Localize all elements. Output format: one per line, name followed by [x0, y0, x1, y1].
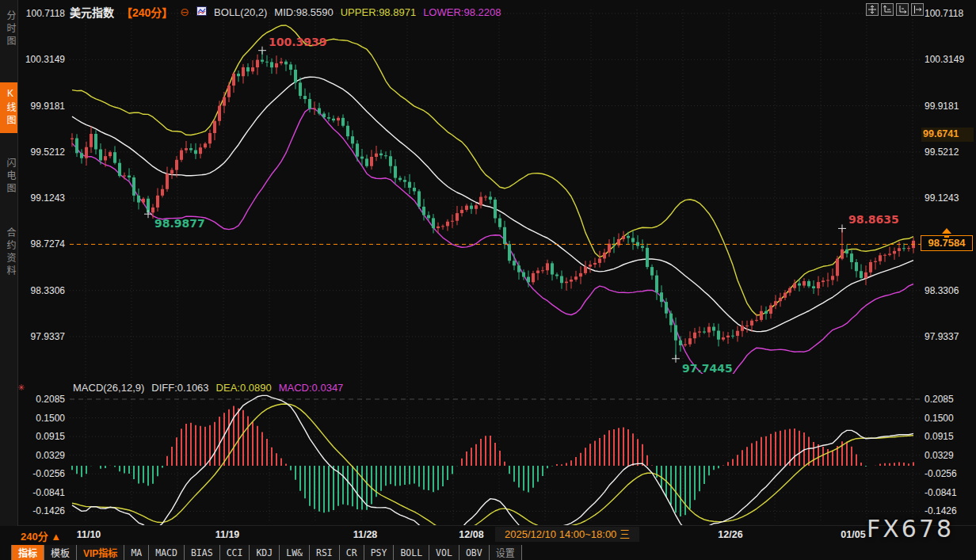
toolbar-button-15[interactable]: OBV [459, 545, 490, 560]
axis-bottom-tool-icon[interactable] [896, 3, 909, 16]
toolbar-button-3[interactable]: VIP指标 [77, 545, 124, 560]
date-tick: 11/28 [353, 529, 378, 540]
macd-indicator-label: MACD(26,12,9) [73, 382, 144, 394]
toolbar-button-7[interactable]: CCI [220, 545, 250, 560]
chart-window-buttons [866, 3, 924, 16]
toolbar-button-8[interactable]: KDJ [250, 545, 280, 560]
macd-diff-value: DIFF:0.1063 [151, 382, 208, 394]
macd-macd-value: MACD:0.0347 [279, 382, 344, 394]
toolbar-button-16[interactable]: 设置 [490, 545, 522, 560]
toolbar-button-2[interactable]: 模板 [44, 545, 77, 560]
chart-type-sidebar: 分时图K线图闪电图合约资料 [0, 0, 18, 526]
boll-indicator-label: BOLL(20,2) [214, 6, 267, 18]
boll-upper-value: UPPER:98.8971 [341, 6, 416, 18]
indicator-toolbar: 指标模板VIP指标MAMACDBIASCCIKDJLW&RSICRPSYBOLL… [11, 545, 522, 560]
price-annotation: 98.8635 [848, 213, 899, 226]
macd-pane-icon[interactable]: ✳ [17, 383, 25, 393]
sidebar-tab-4[interactable]: 合约资料 [0, 222, 17, 284]
date-tick: 12/26 [718, 529, 742, 540]
boll-lower-value: LOWER:98.2208 [423, 6, 501, 18]
toolbar-button-4[interactable]: MA [124, 545, 149, 560]
period-label: 【240分】 [121, 4, 173, 20]
toolbar-button-9[interactable]: LW& [280, 545, 310, 560]
move-tool-icon[interactable] [866, 3, 879, 16]
fx678-watermark: FX678 [867, 515, 954, 543]
date-tick: 01/05 [841, 529, 865, 540]
date-tick: 11/10 [77, 529, 101, 540]
toolbar-button-5[interactable]: MACD [149, 545, 185, 560]
axis-left-tool-icon[interactable] [881, 3, 894, 16]
circle-minus-icon[interactable]: ⊖ [180, 7, 189, 17]
candlestick-macd-chart[interactable]: 100.393998.987798.863597.7445 [0, 0, 976, 560]
toolbar-button-14[interactable]: VOL [429, 545, 459, 560]
mini-chart-icon[interactable] [196, 6, 207, 18]
toolbar-button-6[interactable]: BIAS [185, 545, 220, 560]
date-tick: 12/08 [459, 529, 483, 540]
price-annotation: 100.3939 [269, 36, 327, 48]
toolbar-button-11[interactable]: CR [340, 545, 364, 560]
price-annotation: 97.7445 [682, 362, 733, 375]
period-selector[interactable]: 240分 ▲ [21, 528, 61, 543]
sidebar-tab-2[interactable]: K线图 [0, 82, 17, 133]
toolbar-button-13[interactable]: BOLL [394, 545, 429, 560]
hovered-bar-time-flag: 2025/12/10 14:00~18:00 三 [495, 527, 639, 542]
date-tick: 11/19 [215, 529, 240, 540]
toolbar-button-10[interactable]: RSI [310, 545, 340, 560]
sidebar-tab-1[interactable]: 分时图 [0, 5, 17, 54]
price-up-arrow-icon [941, 227, 952, 242]
toolbar-button-1[interactable]: 指标 [11, 545, 44, 560]
price-annotation: 98.9877 [154, 217, 205, 230]
boll-mid-value: MID:98.5590 [274, 6, 333, 18]
period-dropdown-arrow-icon: ▲ [51, 531, 61, 543]
sidebar-tab-3[interactable]: 闪电图 [0, 152, 17, 201]
price-flag: 99.6741 [921, 128, 974, 142]
toolbar-button-12[interactable]: PSY [364, 545, 395, 560]
pane-expand-icon[interactable] [911, 3, 924, 16]
macd-dea-value: DEA:0.0890 [216, 382, 272, 394]
time-axis: 240分 ▲ 2025/12/10 14:00~18:00 三 11/1011/… [0, 526, 976, 545]
macd-header: MACD(26,12,9) DIFF:0.1063 DEA:0.0890 MAC… [73, 382, 343, 394]
symbol-title: 美元指数 [70, 4, 114, 20]
chart-header: 美元指数 【240分】 ⊖ BOLL(20,2) MID:98.5590 UPP… [70, 4, 501, 20]
trading-app-window: 分时图K线图闪电图合约资料 美元指数 【240分】 ⊖ BOLL(20,2) M… [0, 0, 976, 560]
